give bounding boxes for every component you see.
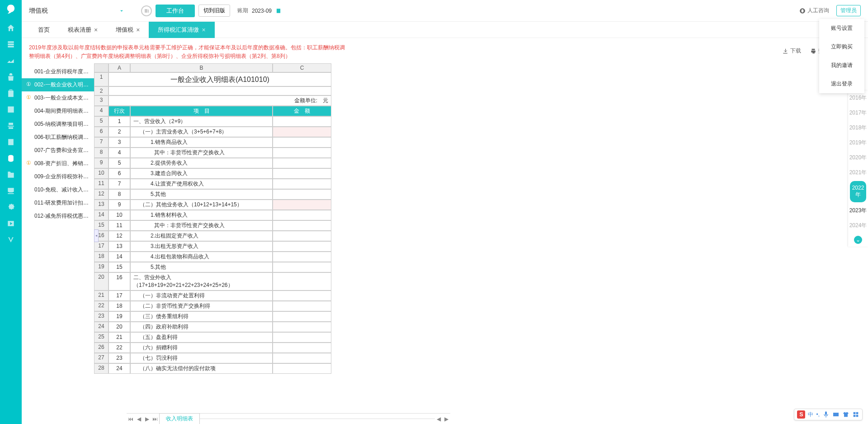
- dropdown-item[interactable]: 我的邀请: [819, 56, 864, 75]
- amount-cell[interactable]: [273, 200, 331, 210]
- form-list-item[interactable]: 001-企业所得税年度纳税申...: [22, 65, 94, 78]
- form-list-item[interactable]: 009-企业所得税弥补亏损明...: [22, 170, 94, 183]
- dropdown-item[interactable]: 退出登录: [819, 75, 864, 93]
- row-header[interactable]: 26: [94, 343, 108, 353]
- page-tab[interactable]: 所得税汇算清缴×: [149, 22, 214, 38]
- money-icon[interactable]: [6, 72, 15, 81]
- amount-cell[interactable]: [273, 127, 331, 137]
- row-header[interactable]: 21: [94, 291, 108, 301]
- close-icon[interactable]: ×: [94, 26, 98, 33]
- tax-icon[interactable]: [6, 154, 15, 163]
- sheet-prev-icon[interactable]: ◀: [135, 416, 143, 422]
- form-list-item[interactable]: 012-减免所得税优惠明细表(...: [22, 210, 94, 223]
- amount-cell[interactable]: [273, 332, 331, 343]
- amount-cell[interactable]: [273, 137, 331, 148]
- amount-cell[interactable]: [273, 291, 331, 301]
- col-header[interactable]: B: [130, 63, 273, 72]
- row-header[interactable]: 8: [94, 148, 108, 158]
- row-header[interactable]: 3: [94, 95, 108, 106]
- amount-cell[interactable]: [273, 220, 331, 231]
- row-header[interactable]: 5: [94, 116, 108, 127]
- year-item[interactable]: 2024年: [848, 218, 868, 233]
- row-header[interactable]: 20: [94, 272, 108, 291]
- form-list-item[interactable]: 006-职工薪酬纳税调整明细...: [22, 131, 94, 144]
- v-icon[interactable]: [6, 235, 15, 244]
- row-header[interactable]: 22: [94, 301, 108, 311]
- amount-cell[interactable]: [273, 179, 331, 189]
- amount-cell[interactable]: [273, 158, 331, 168]
- row-header[interactable]: 11: [94, 179, 108, 189]
- app-logo[interactable]: [5, 4, 17, 16]
- amount-cell[interactable]: [273, 168, 331, 179]
- amount-cell[interactable]: [273, 272, 331, 291]
- ime-logo-icon[interactable]: S: [797, 410, 805, 419]
- sheet-last-icon[interactable]: ⏭: [151, 416, 159, 422]
- row-header[interactable]: 4: [94, 106, 108, 116]
- clipboard-icon[interactable]: [6, 89, 15, 98]
- col-header[interactable]: C: [273, 63, 331, 72]
- form-list-item[interactable]: 003-一般企业成本支出明细...: [22, 91, 94, 105]
- hscroll-left-icon[interactable]: ◀: [435, 416, 443, 422]
- stamp-icon[interactable]: [6, 121, 15, 130]
- row-header[interactable]: 1: [94, 72, 108, 86]
- ime-mic-icon[interactable]: [822, 411, 830, 418]
- ime-skin-icon[interactable]: [842, 411, 849, 418]
- row-header[interactable]: 23: [94, 311, 108, 322]
- row-header[interactable]: 18: [94, 252, 108, 262]
- admin-menu-button[interactable]: 管理员: [836, 5, 861, 16]
- calendar-icon[interactable]: [6, 138, 15, 147]
- workbench-button[interactable]: 工作台: [156, 5, 195, 17]
- form-list-item[interactable]: 007-广告费和业务宣传费跨...: [22, 144, 94, 157]
- ime-lang[interactable]: 中: [808, 411, 813, 419]
- row-header[interactable]: 13: [94, 200, 108, 210]
- dropdown-item[interactable]: 立即购买: [819, 38, 864, 56]
- page-tab[interactable]: 增值税×: [107, 22, 149, 38]
- amount-cell[interactable]: [273, 322, 331, 332]
- chevron-down-icon[interactable]: [118, 8, 125, 14]
- settings-icon[interactable]: [6, 203, 15, 212]
- amount-cell[interactable]: [273, 148, 331, 158]
- close-icon[interactable]: ×: [136, 26, 140, 33]
- row-header[interactable]: 28: [94, 363, 108, 374]
- close-icon[interactable]: ×: [202, 26, 205, 33]
- row-header[interactable]: 27: [94, 353, 108, 363]
- inbox-icon[interactable]: [6, 186, 15, 195]
- page-tab[interactable]: 税表清册×: [59, 22, 107, 38]
- report-icon[interactable]: [6, 105, 15, 114]
- form-list-item[interactable]: 004-期间费用明细表(A1040...: [22, 105, 94, 118]
- ime-grid-icon[interactable]: [852, 411, 859, 418]
- page-tab[interactable]: 首页: [29, 22, 59, 38]
- ime-punct[interactable]: •,: [816, 411, 820, 418]
- video-icon[interactable]: [6, 219, 15, 228]
- amount-cell[interactable]: [273, 262, 331, 272]
- year-item[interactable]: 2019年: [848, 135, 868, 150]
- task-button[interactable]: [141, 5, 152, 16]
- period-value[interactable]: 2023-09: [252, 8, 272, 14]
- download-button[interactable]: 下载: [782, 47, 801, 55]
- row-header[interactable]: 2: [94, 86, 108, 95]
- sheet-next-icon[interactable]: ▶: [143, 416, 151, 422]
- row-header[interactable]: 10: [94, 168, 108, 179]
- year-item[interactable]: 2020年: [848, 150, 868, 165]
- form-list-item[interactable]: 010-免税、减计收入及加计...: [22, 183, 94, 196]
- year-more-icon[interactable]: ⌄: [854, 236, 862, 244]
- year-item[interactable]: 2022年: [850, 181, 866, 202]
- form-list-item[interactable]: 005-纳税调整项目明细表(A1...: [22, 118, 94, 131]
- archive-icon[interactable]: [6, 170, 15, 179]
- company-selector[interactable]: 增值税: [29, 7, 48, 15]
- hscroll-right-icon[interactable]: ▶: [443, 416, 450, 422]
- col-header[interactable]: A: [108, 63, 130, 72]
- amount-cell[interactable]: [273, 353, 331, 363]
- amount-cell[interactable]: [273, 343, 331, 353]
- row-header[interactable]: 14: [94, 210, 108, 220]
- form-list-item[interactable]: 002-一般企业收入明细表(A1...: [22, 78, 94, 91]
- year-item[interactable]: 2017年: [848, 105, 868, 120]
- row-header[interactable]: 25: [94, 332, 108, 343]
- sheet-first-icon[interactable]: ⏮: [127, 416, 135, 422]
- row-header[interactable]: 9: [94, 158, 108, 168]
- old-version-button[interactable]: 切到旧版: [198, 5, 230, 17]
- amount-cell[interactable]: [273, 189, 331, 200]
- amount-cell[interactable]: [273, 231, 331, 241]
- chart-icon[interactable]: [6, 56, 15, 65]
- amount-cell[interactable]: [273, 363, 331, 374]
